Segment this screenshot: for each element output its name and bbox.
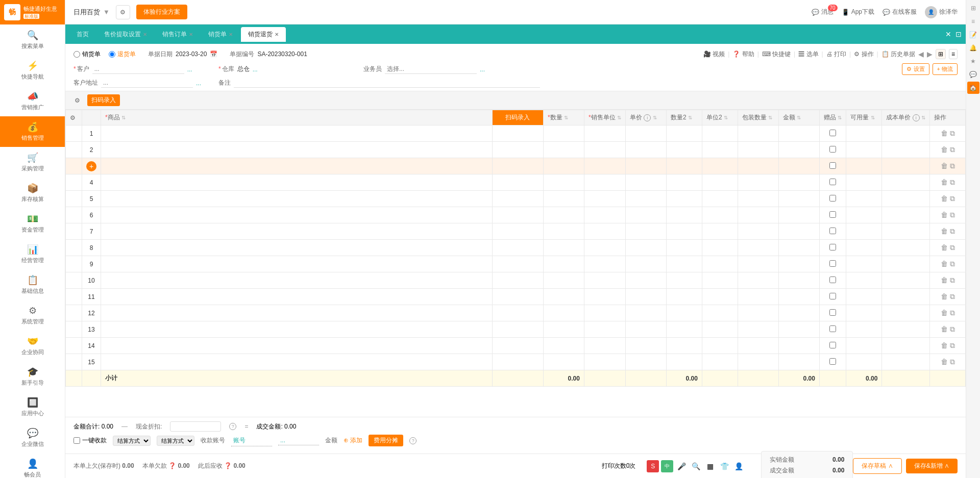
row-copy-5[interactable]: ⧉ — [950, 194, 955, 203]
col-header-pkgqty[interactable]: 包装数量 ⇅ — [738, 110, 778, 125]
row-amount-1[interactable] — [778, 125, 819, 142]
row-gift-8[interactable] — [819, 240, 846, 256]
row-gift-1[interactable] — [819, 125, 846, 142]
row-delete-8[interactable]: 🗑 — [941, 243, 948, 252]
bottom-icon-zh[interactable]: 中 — [661, 460, 673, 472]
row-product-10[interactable] — [101, 272, 493, 289]
sidebar-item-inventory[interactable]: 📦 库存核算 — [0, 178, 65, 208]
row-copy-3[interactable]: ⧉ — [950, 162, 955, 170]
right-icon-list[interactable]: ≡ — [967, 15, 979, 28]
row-pkgqty-6[interactable] — [738, 207, 778, 223]
right-icon-chat[interactable]: 💬 — [967, 68, 979, 81]
col-header-avail[interactable]: 可用量 ⇅ — [846, 110, 882, 125]
sidebar-item-basic-info[interactable]: 📋 基础信息 — [0, 269, 65, 300]
amount-sort-icon[interactable]: ⇅ — [797, 115, 801, 120]
gift-checkbox-8[interactable] — [829, 244, 836, 250]
row-gift-15[interactable] — [819, 354, 846, 370]
row-copy-10[interactable]: ⧉ — [950, 276, 955, 285]
row-gift-14[interactable] — [819, 338, 846, 354]
gift-checkbox-6[interactable] — [829, 211, 836, 218]
row-qty-13[interactable] — [543, 321, 584, 338]
save-draft-btn[interactable]: 保存草稿 ∧ — [853, 458, 901, 474]
row-delete-11[interactable]: 🗑 — [941, 292, 948, 301]
sidebar-item-enterprise[interactable]: 🤝 企业协同 — [0, 331, 65, 361]
app-download-btn[interactable]: 📱 App下载 — [842, 8, 874, 16]
help-btn[interactable]: ❓ 帮助 — [732, 50, 754, 59]
row-delete-10[interactable]: 🗑 — [941, 276, 948, 285]
row-amount-14[interactable] — [778, 338, 819, 354]
row-qty2-1[interactable] — [666, 125, 702, 142]
tab-sales-goods-close[interactable]: ✕ — [229, 32, 233, 37]
row-unit2-13[interactable] — [702, 321, 738, 338]
row-costprice-12[interactable] — [882, 305, 930, 321]
gift-checkbox-3[interactable] — [829, 162, 836, 169]
tab-close-all[interactable]: ✕ — [945, 30, 951, 38]
row-delete-12[interactable]: 🗑 — [941, 309, 948, 317]
row-avail-1[interactable] — [846, 125, 882, 142]
sidebar-item-system[interactable]: ⚙ 系统管理 — [0, 300, 65, 331]
row-unit2-14[interactable] — [702, 338, 738, 354]
add-row-btn[interactable]: + — [86, 161, 96, 171]
qty-sort-icon[interactable]: ⇅ — [564, 115, 568, 120]
row-amount-2[interactable] — [778, 142, 819, 158]
radio-sales-goods[interactable]: 销货单 — [74, 50, 101, 59]
row-avail-8[interactable] — [846, 240, 882, 256]
row-pkgqty-7[interactable] — [738, 223, 778, 240]
radio-return-input[interactable] — [109, 51, 115, 58]
row-qty-14[interactable] — [543, 338, 584, 354]
row-product-8[interactable] — [101, 240, 493, 256]
col-header-product[interactable]: *商品 ⇅ — [101, 110, 493, 125]
row-qty-2[interactable] — [543, 142, 584, 158]
row-qty-6[interactable] — [543, 207, 584, 223]
col-header-unit2[interactable]: 单位2 ⇅ — [702, 110, 738, 125]
row-costprice-4[interactable] — [882, 174, 930, 191]
gift-checkbox-12[interactable] — [829, 309, 836, 316]
one-key-payment-checkbox[interactable]: 一键收款 — [74, 436, 107, 445]
product-sort-icon[interactable]: ⇅ — [121, 115, 126, 120]
row-avail-12[interactable] — [846, 305, 882, 321]
tab-maximize[interactable]: ⊡ — [955, 30, 962, 38]
sidebar-item-marketing[interactable]: 📣 营销推广 — [0, 86, 65, 116]
row-avail-15[interactable] — [846, 354, 882, 370]
row-product-2[interactable] — [101, 142, 493, 158]
bottom-icon-qr[interactable]: ▦ — [704, 460, 716, 472]
row-qty-8[interactable] — [543, 240, 584, 256]
col-header-gear[interactable]: ⚙ — [66, 110, 82, 125]
row-product-4[interactable] — [101, 174, 493, 191]
row-qty-15[interactable] — [543, 354, 584, 370]
row-unit2-15[interactable] — [702, 354, 738, 370]
row-delete-6[interactable]: 🗑 — [941, 211, 948, 219]
row-price-5[interactable] — [625, 191, 666, 207]
row-gift-10[interactable] — [819, 272, 846, 289]
row-costprice-13[interactable] — [882, 321, 930, 338]
tab-home[interactable]: 首页 — [69, 27, 96, 42]
row-pkgqty-5[interactable] — [738, 191, 778, 207]
row-unit2-3[interactable] — [702, 158, 738, 174]
row-avail-3[interactable] — [846, 158, 882, 174]
gift-checkbox-13[interactable] — [829, 325, 836, 332]
row-pkgqty-9[interactable] — [738, 256, 778, 272]
gift-checkbox-10[interactable] — [829, 276, 836, 283]
row-copy-12[interactable]: ⧉ — [950, 309, 955, 317]
row-unit-12[interactable] — [584, 305, 625, 321]
right-icon-home[interactable]: 🏠 — [967, 82, 979, 94]
view-grid-btn[interactable]: ≡ — [949, 49, 958, 59]
row-unit2-8[interactable] — [702, 240, 738, 256]
row-product-12[interactable] — [101, 305, 493, 321]
row-costprice-14[interactable] — [882, 338, 930, 354]
row-costprice-6[interactable] — [882, 207, 930, 223]
row-product-6[interactable] — [101, 207, 493, 223]
row-costprice-7[interactable] — [882, 223, 930, 240]
radio-return[interactable]: 退货单 — [109, 50, 136, 59]
row-gift-6[interactable] — [819, 207, 846, 223]
price-info-icon[interactable]: i — [644, 114, 651, 121]
add-logistics-btn[interactable]: + 物流 — [933, 63, 958, 75]
one-key-payment-input[interactable] — [74, 437, 80, 444]
row-amount-13[interactable] — [778, 321, 819, 338]
video-btn[interactable]: 🎥 视频 — [703, 50, 725, 59]
table-settings-btn[interactable]: ⚙ — [71, 95, 83, 106]
row-unit-2[interactable] — [584, 142, 625, 158]
settlement-select[interactable]: 结算方式 — [113, 436, 151, 446]
row-price-13[interactable] — [625, 321, 666, 338]
salesperson-select-link[interactable]: ... — [480, 66, 485, 73]
